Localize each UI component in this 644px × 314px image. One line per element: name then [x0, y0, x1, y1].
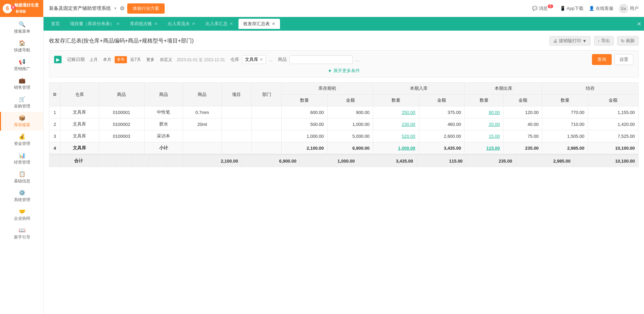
warehouse-tag-close-icon[interactable]: ✕: [260, 57, 263, 62]
sidebar-menu: 🔍 搜索菜单 🏠 快捷导航 📢 营销推广 💼 销售管理 🛒 采购管理 📦 库存核…: [0, 17, 43, 314]
total-blank6: [166, 155, 183, 167]
product-more-icon[interactable]: ...: [356, 57, 359, 62]
row3-in-qty-link[interactable]: 520.00: [402, 134, 415, 139]
tab-close-inout-flow[interactable]: ✕: [192, 21, 195, 26]
tab-inout-flow-label: 出入库流水: [168, 21, 190, 27]
sidebar-item-collab[interactable]: 🤝 企业协同: [0, 205, 43, 224]
date-shortcut-custom[interactable]: 自定义: [158, 56, 174, 63]
sidebar-item-marketing[interactable]: 📢 营销推广: [0, 56, 43, 75]
tab-close-stock-summary[interactable]: ✕: [272, 21, 275, 26]
tab-stock-summary[interactable]: 收发存汇总表 ✕: [238, 19, 280, 29]
subtotal-in-qty-link[interactable]: 1,000.00: [398, 146, 415, 151]
sidebar-item-purchase[interactable]: 🛒 采购管理: [0, 93, 43, 112]
guide-icon: 📖: [19, 227, 26, 233]
export-label: 导出: [601, 38, 610, 44]
row2-out-qty-link[interactable]: 20.00: [489, 122, 500, 127]
tab-inout-summary[interactable]: 出入库汇总 ✕: [201, 19, 238, 29]
subtotal-dept: [252, 142, 282, 154]
filter-toggle-button[interactable]: ▶: [54, 56, 62, 63]
sidebar-item-nav-label: 快捷导航: [14, 47, 30, 53]
message-badge: 6: [548, 4, 553, 8]
warehouse-more-icon[interactable]: ...: [269, 57, 273, 62]
product-filter-label: 商品: [278, 56, 287, 63]
print-button[interactable]: 🖨 拔销版打印 ▼: [549, 36, 591, 46]
sidebar-item-system[interactable]: ⚙️ 系统管理: [0, 187, 43, 205]
th-group-in: 本期入库: [373, 83, 465, 95]
subtotal-bal-qty: 2,985.00: [542, 142, 588, 154]
tab-close-batch[interactable]: ✕: [154, 21, 158, 26]
sidebar-item-sales[interactable]: 💼 销售管理: [0, 75, 43, 93]
th-in-amt: 金额: [419, 95, 464, 106]
row3-out-qty-link[interactable]: 15.00: [489, 134, 500, 139]
subtotal-project: [221, 142, 251, 154]
tab-inout-flow[interactable]: 出入库流水 ✕: [163, 19, 200, 29]
filter-bar: ▶ 记账日期 上月 本月 本年 近7天 更多 自定义 2023-01-01 至 …: [49, 50, 639, 78]
subtotal-out-qty-link[interactable]: 115.00: [486, 146, 500, 151]
row1-out-qty[interactable]: 80.00: [465, 106, 503, 118]
sidebar-item-finance[interactable]: 💰 资金管理: [0, 131, 43, 149]
tab-close-inout-summary[interactable]: ✕: [230, 21, 233, 26]
message-icon: 💬: [532, 6, 538, 11]
sidebar-item-inventory[interactable]: 📦 库存核算: [0, 112, 43, 131]
online-service-item[interactable]: 👤 在线客服: [589, 5, 613, 12]
row1-in-qty[interactable]: 250.00: [373, 106, 419, 118]
dropdown-arrow-icon[interactable]: ▼: [114, 6, 117, 10]
row3-in-qty[interactable]: 520.00: [373, 130, 419, 142]
tab-batch[interactable]: 库存批次账 ✕: [125, 19, 162, 29]
tab-close-inventory-dist[interactable]: ✕: [116, 21, 120, 26]
warehouse-tag-text: 文具库: [245, 56, 258, 63]
sidebar-item-purchase-label: 采购管理: [14, 103, 30, 109]
date-shortcut-this-year[interactable]: 本年: [115, 56, 127, 63]
total-open-qty: 2,100.00: [183, 155, 242, 167]
settings-icon[interactable]: ⚙: [120, 5, 125, 12]
row2-out-qty[interactable]: 20.00: [465, 118, 503, 130]
sidebar-item-collab-label: 企业协同: [14, 216, 30, 221]
user-avatar: Ea: [619, 4, 628, 13]
row2-in-qty-link[interactable]: 230.00: [402, 122, 415, 127]
tabs-close-all-icon[interactable]: ✕: [637, 21, 641, 27]
row2-in-qty[interactable]: 230.00: [373, 118, 419, 130]
app-download-item[interactable]: 📱 App下载: [560, 5, 583, 12]
purchase-icon: 🛒: [19, 96, 26, 102]
sidebar-item-guide[interactable]: 📖 新手引导: [0, 224, 43, 243]
row3-warehouse: 文具库: [61, 130, 99, 142]
row2-dept: [252, 118, 282, 130]
system-icon: ⚙️: [19, 189, 26, 196]
product-filter-input[interactable]: [290, 55, 353, 64]
system-title: 装备及固定资产辅助管理系统: [49, 5, 111, 12]
subtotal-warehouse: 文具库: [61, 142, 99, 154]
query-button[interactable]: 查询: [592, 54, 612, 65]
setting-button[interactable]: 设置: [614, 54, 633, 65]
row3-out-qty[interactable]: 15.00: [465, 130, 503, 142]
refresh-button[interactable]: ↻ 刷新: [617, 36, 639, 46]
date-shortcut-this-month[interactable]: 本月: [101, 56, 113, 63]
sidebar-item-search[interactable]: 🔍 搜索菜单: [0, 18, 43, 37]
total-in-amt: 3,435.00: [358, 155, 417, 167]
subtotal-out-qty[interactable]: 115.00: [465, 142, 503, 154]
sidebar-item-operations[interactable]: 📊 经营管理: [0, 149, 43, 168]
th-spec: 商品: [183, 83, 221, 106]
filter-expand[interactable]: ▼ 展开更多条件: [54, 68, 633, 74]
sales-icon: 💼: [19, 77, 26, 84]
row1-out-qty-link[interactable]: 80.00: [489, 110, 500, 115]
sidebar-item-nav[interactable]: 🏠 快捷导航: [0, 37, 43, 56]
row1-in-qty-link[interactable]: 250.00: [402, 110, 415, 115]
th-out-qty: 数量: [465, 95, 503, 106]
date-shortcut-last-month[interactable]: 上月: [87, 56, 100, 63]
message-item[interactable]: 💬 消息 6: [532, 5, 555, 12]
total-open-amt: 6,900.00: [242, 155, 300, 167]
tab-batch-label: 库存批次账: [130, 21, 152, 27]
logo-icon: 6: [3, 4, 12, 13]
date-shortcut-7days[interactable]: 近7天: [128, 56, 143, 63]
user-item[interactable]: Ea 用户: [619, 4, 639, 13]
th-settings[interactable]: ⚙: [49, 83, 61, 106]
row2-bal-qty: 710.00: [542, 118, 588, 130]
sidebar-item-basic[interactable]: 📋 基础信息: [0, 168, 43, 187]
trial-button[interactable]: 体验行业方案: [127, 3, 165, 14]
subtotal-in-qty[interactable]: 1,000.00: [373, 142, 419, 154]
row2-open-amt: 1,000.00: [327, 118, 373, 130]
tab-home[interactable]: 首页: [46, 19, 65, 29]
date-shortcut-more[interactable]: 更多: [144, 56, 156, 63]
tab-inventory-dist[interactable]: 现存量（库存分布表） ✕: [65, 19, 125, 29]
export-button[interactable]: ↑ 导出: [594, 36, 614, 46]
